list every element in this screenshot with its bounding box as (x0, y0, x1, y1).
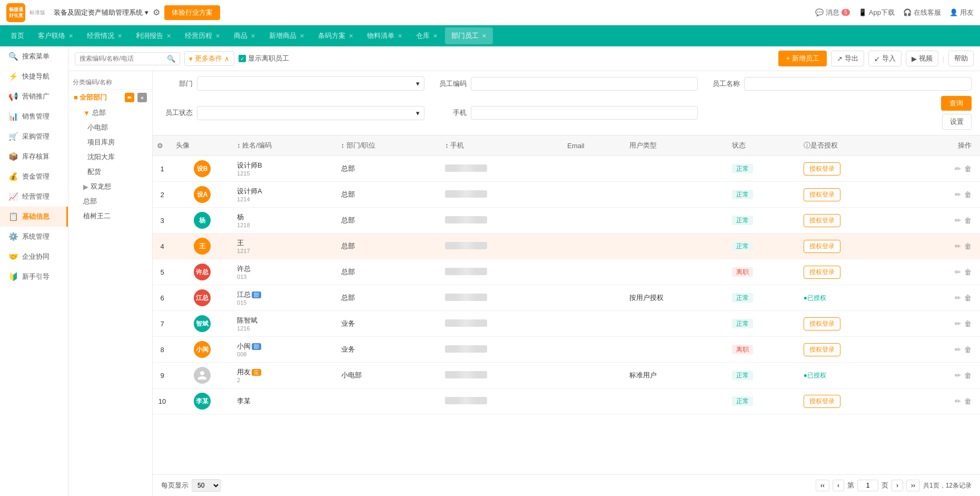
search-input[interactable] (80, 55, 164, 62)
auth-button[interactable]: 授权登录 (804, 240, 840, 253)
close-icon[interactable]: ✕ (166, 33, 171, 40)
sidebar-item-quick-nav[interactable]: ⚡ 快捷导航 (0, 66, 68, 86)
dept-node-xiaodianbbu[interactable]: 小电部 (68, 120, 152, 135)
online-service-button[interactable]: 🎧 在线客服 (903, 8, 941, 17)
sidebar-item-inventory[interactable]: 📦 库存核算 (0, 147, 68, 167)
gear-icon[interactable]: ⚙ (153, 7, 160, 17)
close-icon[interactable]: ✕ (300, 33, 304, 40)
help-button[interactable]: 帮助 (948, 51, 974, 66)
dept-node-shenyang[interactable]: 沈阳大库 (68, 150, 152, 164)
page-number-input[interactable] (857, 480, 878, 491)
close-icon[interactable]: ✕ (215, 33, 220, 40)
edit-icon[interactable]: ✏ (955, 345, 961, 354)
next-page-button[interactable]: › (892, 480, 903, 491)
empname-input[interactable] (744, 77, 972, 91)
tab-business-history[interactable]: 经营历程✕ (179, 27, 226, 44)
page-size-select[interactable]: 10 20 50 100 (192, 479, 221, 492)
phone-input[interactable] (471, 106, 698, 120)
auth-button[interactable]: 授权登录 (804, 188, 840, 201)
col-dept-pos[interactable]: ↕ 部门/职位 (337, 135, 441, 156)
close-icon[interactable]: ✕ (117, 33, 122, 40)
tab-barcode[interactable]: 条码方案✕ (312, 27, 360, 44)
delete-icon[interactable]: 🗑 (964, 216, 972, 225)
auth-button[interactable]: 授权登录 (804, 317, 840, 330)
dept-node-shuanglongxiang[interactable]: ▶ 双龙想 (68, 179, 152, 194)
delete-icon[interactable]: 🗑 (964, 319, 972, 328)
delete-icon[interactable]: 🗑 (964, 294, 972, 302)
auth-button[interactable]: 授权登录 (804, 343, 840, 356)
edit-icon[interactable]: ✏ (955, 397, 961, 405)
sidebar-item-collab[interactable]: 🤝 企业协同 (0, 247, 68, 267)
add-employee-button[interactable]: + 新增员工 (778, 51, 826, 66)
dept-search-input[interactable] (73, 79, 152, 86)
sidebar-item-sales[interactable]: 📊 销售管理 (0, 106, 68, 127)
sidebar-item-finance[interactable]: 💰 资金管理 (0, 167, 68, 187)
close-icon[interactable]: ✕ (251, 33, 255, 40)
tab-material-list[interactable]: 物料清单✕ (361, 27, 409, 44)
dept-search[interactable]: 🔍 (68, 75, 152, 90)
delete-icon[interactable]: 🗑 (964, 397, 972, 405)
setting-button[interactable]: 设置 (942, 114, 972, 130)
edit-dept-icon[interactable]: ✏ (125, 93, 134, 102)
system-title-dropdown[interactable]: 装备及固定资产辅助管理系统 ▾ (50, 8, 149, 17)
sidebar-item-basic[interactable]: 📋 基础信息 (0, 207, 68, 227)
sidebar-item-search[interactable]: 🔍 搜索菜单 (0, 46, 68, 66)
delete-icon[interactable]: 🗑 (964, 268, 972, 276)
close-icon[interactable]: ✕ (482, 33, 487, 40)
dept-select[interactable]: ▾ (197, 76, 424, 91)
close-icon[interactable]: ✕ (349, 33, 353, 40)
edit-icon[interactable]: ✏ (955, 242, 961, 250)
col-phone[interactable]: ↕ 手机 (441, 135, 563, 156)
last-page-button[interactable]: ›› (906, 480, 920, 491)
delete-icon[interactable]: 🗑 (964, 242, 972, 250)
dept-node-zhishu[interactable]: 植树王二 (68, 209, 152, 223)
delete-icon[interactable]: 🗑 (964, 164, 972, 173)
tab-customer[interactable]: 客户联络✕ (32, 27, 80, 44)
delete-icon[interactable]: 🗑 (964, 345, 972, 354)
user-menu-button[interactable]: 👤 用友 (949, 8, 974, 17)
empcode-input[interactable] (471, 77, 698, 91)
dept-node-zongbu2[interactable]: 总部 (68, 194, 152, 209)
auth-button[interactable]: 授权登录 (804, 214, 840, 227)
tab-home[interactable]: 首页 (4, 27, 31, 44)
tab-profit-report[interactable]: 利润报告✕ (130, 27, 177, 44)
edit-icon[interactable]: ✏ (955, 371, 961, 380)
edit-icon[interactable]: ✏ (955, 164, 961, 173)
dept-node-delivery[interactable]: 配货 (68, 164, 152, 179)
auth-button[interactable]: 授权登录 (804, 395, 840, 408)
prev-page-button[interactable]: ‹ (833, 480, 844, 491)
edit-icon[interactable]: ✏ (955, 319, 961, 328)
dept-node-projectroom[interactable]: 项目库房 (68, 135, 152, 150)
search-box[interactable]: 🔍 (75, 52, 180, 65)
close-icon[interactable]: ✕ (398, 33, 402, 40)
sidebar-item-purchase[interactable]: 🛒 采购管理 (0, 127, 68, 147)
col-config[interactable]: ⚙ (153, 135, 172, 156)
delete-icon[interactable]: 🗑 (964, 190, 972, 199)
dept-node-zongbu[interactable]: ▼ 总部 (68, 105, 152, 120)
sidebar-item-guide[interactable]: 🔰 新手引导 (0, 267, 68, 287)
more-condition-button[interactable]: ▾ 更多条件 ∧ (184, 51, 234, 66)
tab-dept-employee[interactable]: 部门员工✕ (445, 27, 493, 44)
sidebar-item-system[interactable]: ⚙️ 系统管理 (0, 227, 68, 247)
query-button[interactable]: 查询 (941, 96, 972, 111)
close-icon[interactable]: ✕ (433, 33, 438, 40)
import-button[interactable]: ↙ 导入 (868, 51, 902, 66)
auth-button[interactable]: 授权登录 (804, 162, 840, 176)
edit-icon[interactable]: ✏ (955, 216, 961, 225)
empstatus-select[interactable]: ▾ (197, 106, 424, 120)
edit-icon[interactable]: ✏ (955, 268, 961, 276)
app-download-button[interactable]: 📱 App下载 (858, 8, 895, 17)
tab-operation-status[interactable]: 经营情况✕ (81, 27, 128, 44)
edit-icon[interactable]: ✏ (955, 294, 961, 302)
tab-add-goods[interactable]: 新增商品✕ (263, 27, 311, 44)
view-button[interactable]: ▶ 视频 (906, 51, 938, 66)
show-dimissed-checkbox[interactable]: ✓ 显示离职员工 (239, 54, 289, 63)
sidebar-item-operation[interactable]: 📈 经营管理 (0, 187, 68, 207)
collapse-icon[interactable]: « (137, 93, 147, 102)
tab-goods[interactable]: 商品✕ (227, 27, 262, 44)
edit-icon[interactable]: ✏ (955, 190, 961, 199)
close-icon[interactable]: ✕ (68, 33, 73, 40)
first-page-button[interactable]: ‹‹ (816, 480, 829, 491)
auth-button[interactable]: 授权登录 (804, 266, 840, 279)
tab-warehouse[interactable]: 仓库✕ (410, 27, 444, 44)
